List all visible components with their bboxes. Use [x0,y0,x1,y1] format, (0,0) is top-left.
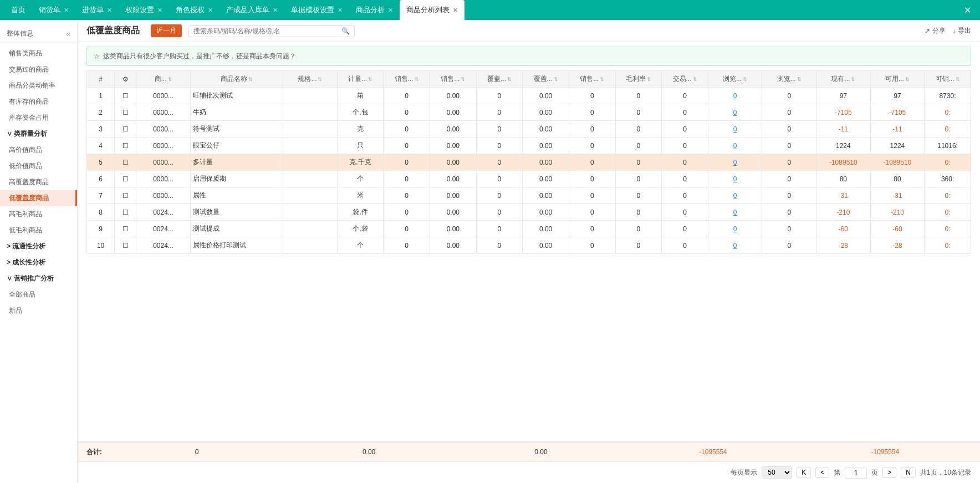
search-icon[interactable]: 🔍 [341,27,350,35]
row-checkbox[interactable]: ☐ [115,204,136,221]
col-header-current-stock[interactable]: 现有...⇅ [816,71,871,88]
row-cover2: 0.00 [523,237,569,254]
row-sales-count: 0 [384,171,430,187]
row-checkbox[interactable]: ☐ [115,104,136,121]
row-checkbox[interactable]: ☐ [115,187,136,204]
page-number-input[interactable] [845,467,867,479]
col-header-saleable[interactable]: 可销...⇅ [925,71,971,88]
row-code: 0000... [136,154,191,171]
row-sales-amount: 0.00 [430,221,476,237]
col-header-sales3[interactable]: 销售...⇅ [569,71,615,88]
row-browse1[interactable]: 0 [708,171,762,187]
close-icon[interactable]: ✕ [453,7,458,14]
row-browse1[interactable]: 0 [708,88,762,104]
export-icon: ↓ [952,27,956,35]
sidebar-group-header-growth[interactable]: > 成长性分析 [0,255,77,271]
col-header-spec[interactable]: 规格...⇅ [283,71,338,88]
row-checkbox[interactable]: ☐ [115,88,136,104]
time-filter-button[interactable]: 近一月 [151,24,182,37]
nav-item-role[interactable]: 角色授权 ✕ [169,0,220,20]
sidebar-item-high-coverage[interactable]: 高覆盖度商品 [0,174,77,190]
sidebar-item-new-goods[interactable]: 新品 [0,303,77,319]
row-sales-count: 0 [384,121,430,138]
nav-item-analysis-list[interactable]: 商品分析列表 ✕ [400,0,465,20]
sidebar-item-low-margin[interactable]: 低毛利商品 [0,222,77,238]
col-header-settings[interactable]: ⚙ [115,71,136,88]
col-header-code[interactable]: 商...⇅ [136,71,191,88]
nav-item-template[interactable]: 单据模板设置 ✕ [284,0,349,20]
row-checkbox[interactable]: ☐ [115,237,136,254]
row-sales-amount: 0.00 [430,204,476,221]
close-all-button[interactable]: ✕ [959,5,976,16]
col-header-name[interactable]: 商品名称⇅ [190,71,283,88]
col-header-browse1[interactable]: 浏览...⇅ [708,71,762,88]
col-header-cover1[interactable]: 覆盖...⇅ [476,71,523,88]
col-header-browse2[interactable]: 浏览...⇅ [762,71,816,88]
col-header-sales-count[interactable]: 销售...⇅ [384,71,430,88]
prev-page-button[interactable]: < [815,467,829,478]
first-page-button[interactable]: K [797,467,811,478]
col-header-available[interactable]: 可用...⇅ [870,71,925,88]
sidebar-item-high-value[interactable]: 高价值商品 [0,142,77,158]
row-browse2: 0 [762,171,816,187]
nav-item-sales[interactable]: 销货单 ✕ [32,0,75,20]
row-checkbox[interactable]: ☐ [115,221,136,237]
page-size-select[interactable]: 50 100 200 [762,466,792,479]
row-browse1[interactable]: 0 [708,237,762,254]
row-gross-rate: 0 [615,121,662,138]
sidebar-item-low-value[interactable]: 低价值商品 [0,158,77,174]
row-checkbox[interactable]: ☐ [115,171,136,187]
col-header-unit[interactable]: 计量...⇅ [337,71,384,88]
sidebar-item-traded-goods[interactable]: 交易过的商品 [0,62,77,78]
close-icon[interactable]: ✕ [388,7,393,14]
sidebar-item-high-margin[interactable]: 高毛利商品 [0,206,77,222]
row-browse1[interactable]: 0 [708,221,762,237]
nav-item-permission[interactable]: 权限设置 ✕ [119,0,169,20]
nav-item-analysis[interactable]: 商品分析 ✕ [349,0,400,20]
last-page-button[interactable]: N [901,467,916,478]
sidebar-collapse-icon[interactable]: « [66,29,70,38]
col-header-sales-amount[interactable]: 销售...⇅ [430,71,476,88]
sidebar-item-low-coverage[interactable]: 低覆盖度商品 [0,190,77,206]
row-browse1[interactable]: 0 [708,154,762,171]
sidebar-item-sales-goods[interactable]: 销售类商品 [0,45,77,62]
row-browse1[interactable]: 0 [708,104,762,121]
nav-item-purchase[interactable]: 进货单 ✕ [75,0,119,20]
row-checkbox[interactable]: ☐ [115,154,136,171]
sidebar-item-category-rate[interactable]: 商品分类动销率 [0,78,77,94]
row-saleable: 0: [925,154,971,171]
nav-item-product-in[interactable]: 产成品入库单 ✕ [220,0,284,20]
close-icon[interactable]: ✕ [107,7,112,14]
sidebar-item-in-stock[interactable]: 有库存的商品 [0,94,77,110]
close-icon[interactable]: ✕ [157,7,162,14]
col-header-gross-rate[interactable]: 毛利率⇅ [615,71,662,88]
close-icon[interactable]: ✕ [273,7,278,14]
row-browse1[interactable]: 0 [708,204,762,221]
row-no: 8 [87,204,115,221]
next-page-button[interactable]: > [882,467,896,478]
sidebar-group-header-flow[interactable]: > 流通性分析 [0,238,77,255]
row-checkbox[interactable]: ☐ [115,138,136,154]
row-checkbox[interactable]: ☐ [115,121,136,138]
row-browse1[interactable]: 0 [708,121,762,138]
row-browse1[interactable]: 0 [708,138,762,154]
row-available: -7105 [870,104,925,121]
share-button[interactable]: ↗ 分享 [925,26,946,35]
sidebar-item-all-goods[interactable]: 全部商品 [0,287,77,303]
col-header-cover2[interactable]: 覆盖...⇅ [523,71,569,88]
close-icon[interactable]: ✕ [338,7,343,14]
search-input[interactable] [193,27,339,35]
row-sales-count: 0 [384,88,430,104]
close-icon[interactable]: ✕ [64,7,69,14]
sidebar-group-header-marketing[interactable]: ∨ 营销推广分析 [0,271,77,287]
sidebar-item-capital[interactable]: 库存资金占用 [0,110,77,126]
nav-item-home[interactable]: 首页 [4,0,32,20]
page-title: 低覆盖度商品 [86,25,140,37]
row-browse1[interactable]: 0 [708,187,762,204]
export-button[interactable]: ↓ 导出 [952,26,971,35]
col-header-trade[interactable]: 交易...⇅ [662,71,708,88]
close-icon[interactable]: ✕ [208,7,213,14]
sidebar: 整体信息 « 销售类商品 交易过的商品 商品分类动销率 有库存的商品 库存资金占… [0,20,78,483]
sidebar-group-header-quantity[interactable]: ∨ 类群量分析 [0,126,77,142]
row-sales-amount: 0.00 [430,88,476,104]
